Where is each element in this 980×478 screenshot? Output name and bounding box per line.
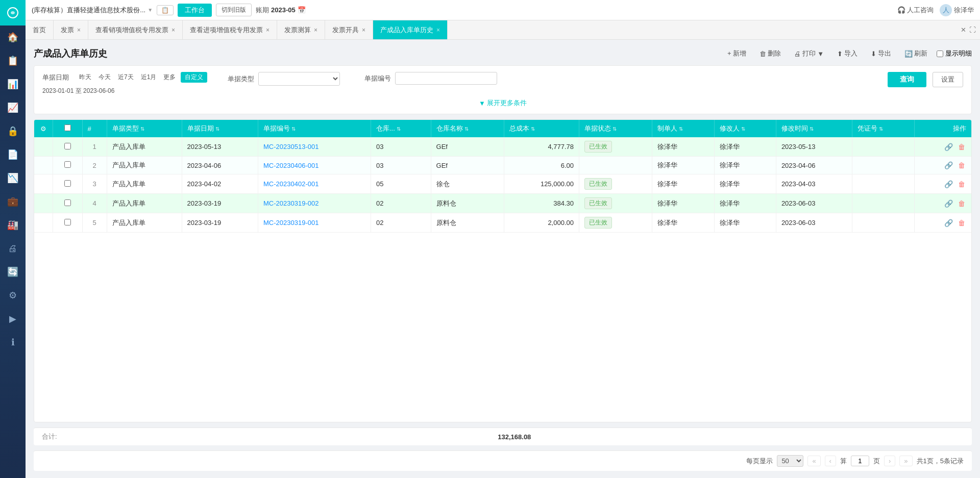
workbench-button[interactable]: 工作台 — [178, 4, 212, 17]
row-checkbox-4[interactable] — [64, 219, 71, 225]
help-label[interactable]: 🎧 人工咨询 — [897, 6, 934, 15]
user-info[interactable]: 人 徐泽华 — [940, 4, 974, 16]
tab-invoice[interactable]: 发票× — [54, 20, 88, 40]
tab-check-output[interactable]: 查看销项增值税专用发票× — [88, 20, 183, 40]
show-detail-checkbox[interactable] — [937, 51, 943, 57]
per-page-select[interactable]: 50 100 200 — [777, 455, 803, 467]
row-settings[interactable] — [34, 194, 53, 213]
row-number-link[interactable]: MC-20230402-001 — [263, 180, 318, 188]
last1month-btn[interactable]: 近1月 — [139, 72, 159, 83]
row-settings[interactable] — [34, 157, 53, 174]
row-number[interactable]: MC-20230319-001 — [258, 213, 371, 233]
row-checkbox-cell[interactable] — [53, 157, 82, 174]
next-page-btn[interactable]: › — [884, 456, 895, 466]
sidebar-item-analysis[interactable]: 📈 — [0, 96, 26, 119]
row-checkbox-0[interactable] — [64, 143, 71, 149]
tab-close-product-history[interactable]: × — [436, 27, 440, 34]
sidebar-item-sync[interactable]: 🔄 — [0, 260, 26, 284]
row-number-link[interactable]: MC-20230319-002 — [263, 199, 318, 207]
tab-close-check-output[interactable]: × — [172, 27, 175, 34]
sidebar-item-doc[interactable]: 📄 — [0, 143, 26, 166]
tab-home[interactable]: 首页 — [26, 20, 54, 40]
row-delete-icon[interactable]: 🗑 — [957, 160, 966, 170]
yesterday-btn[interactable]: 昨天 — [77, 72, 93, 83]
sidebar-item-home[interactable]: 🏠 — [0, 26, 26, 49]
sidebar-item-stamp[interactable]: 🖨 — [0, 237, 26, 260]
sidebar-item-report[interactable]: 📉 — [0, 166, 26, 190]
calendar-icon[interactable]: 📅 — [298, 6, 306, 14]
row-checkbox-1[interactable] — [64, 161, 71, 168]
cost-column-header[interactable]: 总成本⇅ — [504, 120, 579, 137]
row-edit-icon[interactable]: 🔗 — [943, 142, 954, 152]
new-button[interactable]: + 新增 — [723, 47, 750, 60]
tab-close-invoice-calc[interactable]: × — [314, 27, 317, 34]
sidebar-item-asset[interactable]: 💼 — [0, 190, 26, 213]
copy-button[interactable]: 📋 — [157, 5, 174, 15]
warehouse-code-column-header[interactable]: 仓库...⇅ — [371, 120, 431, 137]
more-btn[interactable]: 更多 — [161, 72, 178, 83]
row-number[interactable]: MC-20230402-001 — [258, 174, 371, 194]
row-edit-icon[interactable]: 🔗 — [943, 160, 954, 170]
number-input[interactable] — [395, 72, 497, 85]
voucher-column-header[interactable]: 凭证号⇅ — [852, 120, 914, 137]
page-input[interactable] — [851, 456, 869, 466]
sidebar-item-lock[interactable]: 🔒 — [0, 119, 26, 143]
tab-invoice-open[interactable]: 发票开具× — [325, 20, 373, 40]
row-checkbox-cell[interactable] — [53, 174, 82, 194]
row-delete-icon[interactable]: 🗑 — [957, 179, 966, 189]
row-number-link[interactable]: MC-20230513-001 — [263, 143, 318, 150]
search-button[interactable]: 查询 — [888, 72, 926, 87]
row-checkbox-cell[interactable] — [53, 194, 82, 213]
row-number-link[interactable]: MC-20230319-001 — [263, 219, 318, 227]
row-edit-icon[interactable]: 🔗 — [943, 198, 954, 209]
tab-close-invoice-open[interactable]: × — [362, 27, 365, 34]
row-settings[interactable] — [34, 213, 53, 233]
expand-button[interactable]: ▼ 展开更多条件 — [479, 98, 527, 108]
custom-btn[interactable]: 自定义 — [181, 72, 207, 83]
row-checkbox-cell[interactable] — [53, 213, 82, 233]
warehouse-name-column-header[interactable]: 仓库名称⇅ — [431, 120, 504, 137]
row-delete-icon[interactable]: 🗑 — [957, 218, 966, 228]
print-button[interactable]: 🖨 打印 ▼ — [790, 47, 828, 60]
modify-time-column-header[interactable]: 修改时间⇅ — [776, 120, 852, 137]
status-column-header[interactable]: 单据状态⇅ — [579, 120, 652, 137]
sidebar-item-ledger[interactable]: 📊 — [0, 72, 26, 96]
row-settings[interactable] — [34, 174, 53, 194]
tab-check-input[interactable]: 查看进项增值税专用发票× — [183, 20, 277, 40]
sidebar-item-warehouse[interactable]: 🏭 — [0, 213, 26, 237]
settings-button[interactable]: 设置 — [933, 72, 963, 87]
maximize-icon[interactable]: ⛶ — [969, 26, 976, 34]
prev-page-btn[interactable]: ‹ — [825, 456, 836, 466]
first-page-btn[interactable]: « — [807, 456, 820, 466]
import-button[interactable]: ⬆ 导入 — [833, 47, 862, 60]
tab-close-invoice[interactable]: × — [77, 27, 81, 34]
today-btn[interactable]: 今天 — [96, 72, 113, 83]
tab-close-check-input[interactable]: × — [266, 27, 270, 34]
number-column-header[interactable]: 单据编号⇅ — [258, 120, 371, 137]
creator-column-header[interactable]: 制单人⇅ — [652, 120, 714, 137]
modifier-column-header[interactable]: 修改人⇅ — [714, 120, 776, 137]
sidebar-item-version[interactable]: ℹ — [0, 331, 26, 354]
delete-button[interactable]: 🗑 删除 — [755, 47, 785, 60]
settings-column-header[interactable]: ⚙ — [34, 120, 53, 137]
row-edit-icon[interactable]: 🔗 — [943, 218, 954, 228]
sidebar-item-journal[interactable]: 📋 — [0, 49, 26, 72]
company-selector[interactable]: (库存核算）直播轻捷通信息技术股份... ▼ — [32, 6, 153, 15]
export-button[interactable]: ⬇ 导出 — [867, 47, 895, 60]
select-all-checkbox[interactable] — [64, 124, 71, 131]
row-checkbox-cell[interactable] — [53, 137, 82, 157]
close-tab-icon[interactable]: ✕ — [961, 26, 966, 34]
sidebar-item-video[interactable]: ▶ — [0, 307, 26, 331]
date-column-header[interactable]: 单据日期⇅ — [182, 120, 258, 137]
row-delete-icon[interactable]: 🗑 — [957, 198, 966, 209]
show-detail-checkbox-label[interactable]: 显示明细 — [937, 49, 972, 58]
tab-invoice-calc[interactable]: 发票测算× — [277, 20, 325, 40]
last7days-btn[interactable]: 近7天 — [116, 72, 136, 83]
row-edit-icon[interactable]: 🔗 — [943, 179, 954, 189]
row-number[interactable]: MC-20230513-001 — [258, 137, 371, 157]
row-checkbox-3[interactable] — [64, 199, 71, 206]
row-number[interactable]: MC-20230319-002 — [258, 194, 371, 213]
refresh-button[interactable]: 🔄 刷新 — [900, 47, 932, 60]
row-delete-icon[interactable]: 🗑 — [957, 142, 966, 152]
checkbox-column-header[interactable] — [53, 120, 82, 137]
